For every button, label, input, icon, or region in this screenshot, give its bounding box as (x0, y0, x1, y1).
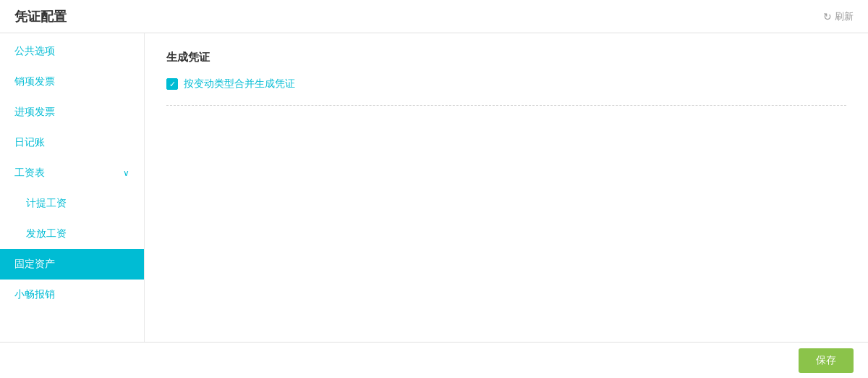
sidebar-item-label: 工资表 (14, 167, 45, 180)
sidebar-item-label: 计提工资 (26, 197, 67, 210)
checkmark-icon: ✓ (169, 80, 176, 88)
sidebar-item-label: 日记账 (14, 136, 45, 149)
sidebar: 公共选项销项发票进项发票日记账工资表∨计提工资发放工资固定资产小畅报销 (0, 33, 145, 342)
refresh-icon: ↻ (823, 11, 832, 22)
sidebar-item-public-options[interactable]: 公共选项 (0, 36, 144, 67)
main: 公共选项销项发票进项发票日记账工资表∨计提工资发放工资固定资产小畅报销 生成凭证… (0, 33, 868, 342)
checkbox-label[interactable]: 按变动类型合并生成凭证 (184, 77, 295, 91)
sidebar-item-label: 公共选项 (14, 45, 55, 58)
sidebar-item-label: 销项发票 (14, 75, 55, 88)
sidebar-item-label: 小畅报销 (14, 288, 55, 301)
section-divider (166, 105, 846, 106)
sidebar-item-label: 发放工资 (26, 227, 67, 240)
checkbox-row: ✓ 按变动类型合并生成凭证 (166, 77, 846, 91)
sidebar-item-payroll-table[interactable]: 工资表∨ (0, 158, 144, 188)
page-title: 凭证配置 (14, 8, 67, 25)
sidebar-item-label: 进项发票 (14, 106, 55, 119)
refresh-label: 刷新 (835, 10, 854, 23)
sidebar-item-label: 固定资产 (14, 258, 55, 271)
sidebar-item-accrued-salary[interactable]: 计提工资 (0, 188, 144, 219)
footer: 保存 (0, 342, 868, 378)
sidebar-item-fixed-assets[interactable]: 固定资产 (0, 249, 144, 280)
content-area: 生成凭证 ✓ 按变动类型合并生成凭证 (145, 33, 868, 342)
refresh-button[interactable]: ↻ 刷新 (823, 10, 854, 23)
merge-voucher-checkbox[interactable]: ✓ (166, 78, 178, 90)
section-title: 生成凭证 (166, 51, 846, 64)
sidebar-item-sales-invoice[interactable]: 销项发票 (0, 67, 144, 97)
sidebar-item-journal[interactable]: 日记账 (0, 127, 144, 158)
save-button[interactable]: 保存 (799, 348, 854, 373)
sidebar-item-purchase-invoice[interactable]: 进项发票 (0, 97, 144, 127)
chevron-down-icon: ∨ (123, 168, 129, 178)
header: 凭证配置 ↻ 刷新 (0, 0, 868, 33)
sidebar-item-petty-expense[interactable]: 小畅报销 (0, 280, 144, 310)
page-wrapper: 凭证配置 ↻ 刷新 公共选项销项发票进项发票日记账工资表∨计提工资发放工资固定资… (0, 0, 868, 378)
sidebar-item-disbursed-salary[interactable]: 发放工资 (0, 219, 144, 249)
